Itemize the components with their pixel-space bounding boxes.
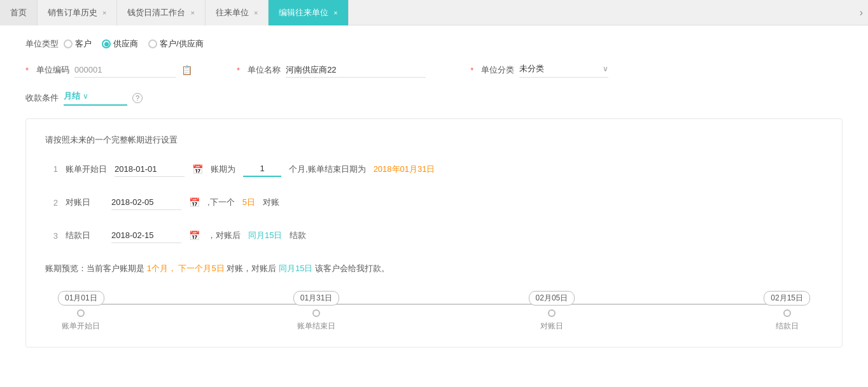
code-input[interactable] [74, 62, 176, 78]
timeline-node-4: 02月15日 结款日 [764, 291, 810, 332]
preview-same: 同月15日 [279, 264, 315, 273]
timeline-section: 01月01日 账单开始日 01月31日 账单结束日 02月05日 对账日 [45, 291, 823, 332]
node-1-label: 账单开始日 [62, 321, 100, 332]
help-icon[interactable]: ? [132, 93, 143, 103]
card-title: 请按照未来的一个完整帐期进行设置 [45, 134, 823, 146]
tab-bar: 首页 销售订单历史 × 钱货日清工作台 × 往来单位 × 编辑往来单位 × › [0, 0, 868, 25]
radio-customer-label: 客户 [75, 38, 92, 50]
preview-text: 账期预览：当前客户账期是 1个月， 下一个月5日 对账，对账后 同月15日 该客… [45, 261, 823, 276]
name-group: * 单位名称 [237, 62, 426, 78]
timeline-node-2: 01月31日 账单结束日 [293, 291, 340, 332]
tab-partner-units-close[interactable]: × [254, 9, 258, 17]
billing-period-card: 请按照未来的一个完整帐期进行设置 1 账单开始日 📅 账期为 个月,账单结束日期… [25, 118, 843, 348]
category-select[interactable]: 未分类 ∨ [519, 63, 608, 78]
name-required-star: * [237, 66, 240, 75]
code-required-star: * [25, 66, 29, 75]
tab-overflow-chevron[interactable]: › [855, 7, 868, 18]
tab-cash-flow-workbench-label: 钱货日清工作台 [127, 7, 185, 18]
radio-customer-supplier-circle [148, 39, 157, 48]
tab-sales-order-history-close[interactable]: × [102, 9, 106, 17]
setting-row-1: 1 账单开始日 📅 账期为 个月,账单结束日期为 2018年01月31日 [45, 161, 823, 177]
unit-type-row: 单位类型 客户 供应商 客户/供应商 [25, 38, 843, 50]
reconcile-suffix2: 对账 [263, 197, 279, 208]
code-label: 单位编码 [36, 64, 69, 76]
code-icon[interactable]: 📋 [181, 65, 192, 75]
node-4-label: 结款日 [776, 321, 799, 332]
timeline-node-3: 02月05日 对账日 [529, 291, 575, 332]
row-num-3: 3 [45, 231, 58, 241]
unit-type-radio-group: 客户 供应商 客户/供应商 [64, 38, 204, 50]
payment-group: 收款条件 月结 ∨ ? [25, 90, 143, 106]
tab-edit-partner-units[interactable]: 编辑往来单位 × [269, 0, 348, 25]
start-date-input[interactable] [115, 162, 185, 177]
settlement-date-input[interactable] [111, 228, 181, 243]
settlement-suffix2: 结款 [290, 230, 306, 241]
category-label: 单位分类 [481, 64, 514, 76]
category-value: 未分类 [519, 63, 600, 74]
tab-sales-order-history[interactable]: 销售订单历史 × [38, 0, 117, 25]
tab-edit-partner-units-label: 编辑往来单位 [279, 7, 328, 18]
tab-edit-partner-units-close[interactable]: × [333, 9, 337, 17]
node-3-dot [548, 309, 556, 317]
row-label-3: 结款日 [66, 230, 104, 241]
reconcile-suffix1: ,下一个 [207, 197, 235, 208]
node-2-dot [312, 309, 320, 317]
setting-row-2: 2 对账日 📅 ,下一个5日 对账 [45, 195, 823, 210]
radio-customer-circle [64, 39, 73, 48]
month-input[interactable] [243, 161, 281, 177]
reconcile-date-input[interactable] [111, 195, 181, 210]
radio-supplier-label: 供应商 [113, 38, 138, 50]
unit-type-group: 单位类型 客户 供应商 客户/供应商 [25, 38, 204, 50]
tab-home[interactable]: 首页 [0, 0, 38, 25]
payment-label: 收款条件 [25, 92, 59, 104]
node-2-badge: 01月31日 [293, 291, 340, 306]
payment-condition-value: 月结 [64, 90, 80, 102]
row-num-1: 1 [45, 164, 58, 174]
node-3-label: 对账日 [540, 321, 563, 332]
node-3-badge: 02月05日 [529, 291, 575, 306]
timeline-node-1: 01月01日 账单开始日 [58, 291, 104, 332]
payment-row: 收款条件 月结 ∨ ? [25, 90, 843, 106]
node-1-badge: 01月01日 [58, 291, 104, 306]
category-group: * 单位分类 未分类 ∨ [470, 63, 608, 78]
radio-supplier-circle [102, 39, 111, 48]
settlement-highlight: 同月15日 [248, 230, 282, 241]
payment-condition-select[interactable]: 月结 ∨ [64, 90, 127, 106]
radio-supplier[interactable]: 供应商 [102, 38, 138, 50]
preview-1-month: 1个月， [147, 264, 176, 273]
category-chevron-icon: ∨ [603, 64, 608, 73]
radio-customer[interactable]: 客户 [64, 38, 92, 50]
period-label: 账期为 [211, 164, 235, 175]
unit-type-label: 单位类型 [25, 38, 59, 50]
preview-end: 该客户会给我打款。 [315, 264, 389, 273]
settlement-calendar-icon[interactable]: 📅 [189, 230, 200, 241]
reconcile-calendar-icon[interactable]: 📅 [189, 197, 200, 208]
category-required-star: * [470, 66, 473, 75]
end-date-highlight: 2018年01月31日 [374, 164, 435, 175]
preview-next: 下一个月5日 [178, 264, 224, 273]
row-num-2: 2 [45, 198, 58, 208]
tab-cash-flow-workbench[interactable]: 钱货日清工作台 × [117, 0, 205, 25]
settlement-suffix1: ，对账后 [207, 230, 241, 241]
tab-partner-units-label: 往来单位 [216, 7, 249, 18]
tab-partner-units[interactable]: 往来单位 × [206, 0, 269, 25]
code-name-category-row: * 单位编码 📋 * 单位名称 * 单位分类 未分类 ∨ [25, 62, 843, 78]
radio-customer-supplier[interactable]: 客户/供应商 [148, 38, 204, 50]
payment-chevron-icon: ∨ [83, 92, 88, 101]
row-label-2: 对账日 [66, 197, 104, 208]
main-content: 单位类型 客户 供应商 客户/供应商 [0, 25, 868, 387]
reconcile-highlight: 5日 [242, 197, 255, 208]
node-2-label: 账单结束日 [297, 321, 335, 332]
tab-home-label: 首页 [10, 7, 27, 18]
radio-supplier-inner [104, 42, 109, 46]
setting-row-3: 3 结款日 📅 ，对账后 同月15日 结款 [45, 228, 823, 243]
preview-mid: 对账，对账后 [227, 264, 276, 273]
node-1-dot [77, 309, 85, 317]
code-group: * 单位编码 📋 [25, 62, 192, 78]
name-input[interactable] [286, 62, 426, 78]
node-4-dot [783, 309, 791, 317]
tab-cash-flow-workbench-close[interactable]: × [190, 9, 194, 17]
radio-customer-supplier-label: 客户/供应商 [160, 38, 204, 50]
start-date-calendar-icon[interactable]: 📅 [192, 164, 203, 174]
month-suffix: 个月,账单结束日期为 [289, 164, 366, 175]
